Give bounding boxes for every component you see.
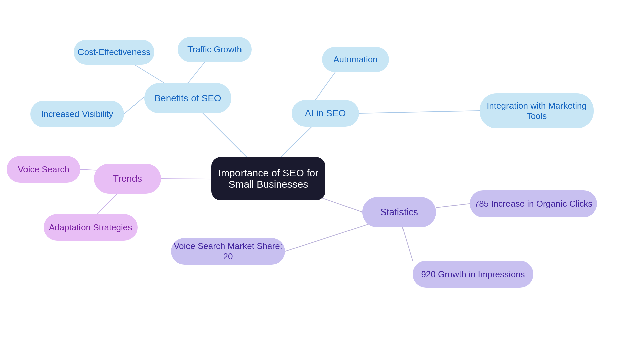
- svg-line-12: [402, 227, 413, 261]
- statistics-node[interactable]: Statistics: [362, 197, 436, 227]
- svg-line-9: [97, 194, 117, 214]
- adaptation-node[interactable]: Adaptation Strategies: [44, 214, 138, 241]
- ai-seo-node[interactable]: AI in SEO: [292, 100, 359, 127]
- organic-clicks-node[interactable]: 785 Increase in Organic Clicks: [470, 190, 597, 217]
- center-node[interactable]: Importance of SEO for Small Businesses: [211, 157, 325, 200]
- automation-node[interactable]: Automation: [322, 47, 389, 72]
- voice-search-node[interactable]: Voice Search: [7, 156, 80, 183]
- traffic-node[interactable]: Traffic Growth: [178, 37, 252, 62]
- svg-line-5: [315, 72, 335, 100]
- voice-market-node[interactable]: Voice Search Market Share: 20: [171, 238, 285, 265]
- integration-node[interactable]: Integration with Marketing Tools: [480, 93, 594, 128]
- cost-node[interactable]: Cost-Effectiveness: [74, 40, 154, 65]
- svg-line-13: [285, 224, 369, 251]
- svg-line-3: [124, 97, 144, 114]
- svg-line-11: [436, 204, 470, 208]
- benefits-node[interactable]: Benefits of SEO: [144, 83, 231, 113]
- svg-line-6: [359, 111, 480, 113]
- increased-visibility-node[interactable]: Increased Visibility: [30, 101, 124, 127]
- trends-node[interactable]: Trends: [94, 164, 161, 194]
- growth-impressions-node[interactable]: 920 Growth in Impressions: [413, 261, 533, 288]
